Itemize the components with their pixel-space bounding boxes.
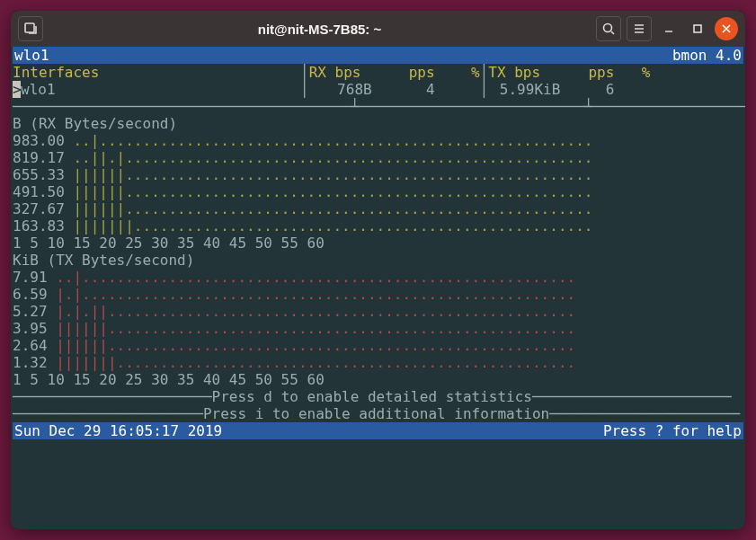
hdr-interfaces: Interfaces [13, 64, 300, 81]
status-bar-bottom: Sun Dec 29 16:05:17 2019 Press ? for hel… [13, 422, 743, 439]
rx-chart: B (RX Bytes/second) 983.00 ..|..........… [13, 115, 743, 252]
new-tab-icon [23, 22, 38, 36]
close-icon [719, 22, 734, 36]
menu-button[interactable] [627, 16, 652, 41]
footer-help: Press ? for help [601, 422, 743, 439]
hdr-rx-pct: % [435, 64, 480, 81]
iface-name: wlo1 [21, 81, 56, 98]
footer-date: Sun Dec 29 16:05:17 2019 [13, 422, 224, 439]
divider-hint-i: ────────────────────── Press i to enable… [13, 405, 743, 422]
svg-point-1 [604, 24, 612, 32]
close-button[interactable] [715, 17, 738, 40]
maximize-button[interactable] [686, 17, 709, 40]
divider: │ [480, 64, 489, 81]
tx-pps-val: 6 [560, 81, 614, 98]
minimize-icon [662, 22, 676, 36]
tx-bps-val: 5.99KiB [488, 81, 560, 98]
svg-rect-2 [694, 25, 701, 32]
divider: │ [300, 64, 309, 81]
hdr-tx-pps: pps [551, 64, 614, 81]
maximize-icon [690, 22, 705, 36]
hint-i: Press i to enable additional information [203, 405, 549, 422]
table-header: Interfaces│ RX bpspps% │ TX bpspps% [13, 64, 743, 81]
rx-bps-val: 768B [309, 81, 372, 98]
hdr-rx-pps: pps [372, 64, 435, 81]
svg-rect-0 [25, 23, 34, 32]
divider-line: ───────────────────────────────────────┴… [13, 98, 743, 115]
divider-hint-d: ─────────────────────── Press d to enabl… [13, 388, 743, 405]
window-title: nit@nit-MS-7B85: ~ [43, 22, 596, 37]
titlebar: nit@nit-MS-7B85: ~ [11, 11, 745, 47]
divider: │ [480, 81, 489, 98]
table-row[interactable]: >wlo1│ 768B4 │ 5.99KiB6 [13, 81, 743, 98]
minimize-button[interactable] [657, 17, 680, 40]
divider: │ [300, 81, 309, 98]
hamburger-icon [632, 22, 646, 36]
new-tab-button[interactable] [18, 16, 43, 41]
rx-pps-val: 4 [372, 81, 435, 98]
hdr-rx-bps: RX bps [309, 64, 372, 81]
search-icon [601, 22, 616, 36]
tx-chart: KiB (TX Bytes/second) 7.91 ..|..........… [13, 252, 743, 388]
status-bar-top: wlo1 bmon 4.0 [13, 47, 743, 64]
terminal-window: nit@nit-MS-7B85: ~ wlo1 bmon 4.0 [11, 11, 745, 529]
hdr-tx-pct: % [614, 64, 650, 81]
cursor-marker: > [13, 81, 21, 98]
iface-name-top: wlo1 [13, 47, 51, 64]
bmon-version: bmon 4.0 [671, 47, 743, 64]
hdr-tx-bps: TX bps [488, 64, 551, 81]
hint-d: Press d to enable detailed statistics [212, 388, 532, 405]
terminal-content[interactable]: wlo1 bmon 4.0 Interfaces│ RX bpspps% │ T… [11, 47, 745, 529]
search-button[interactable] [596, 16, 621, 41]
